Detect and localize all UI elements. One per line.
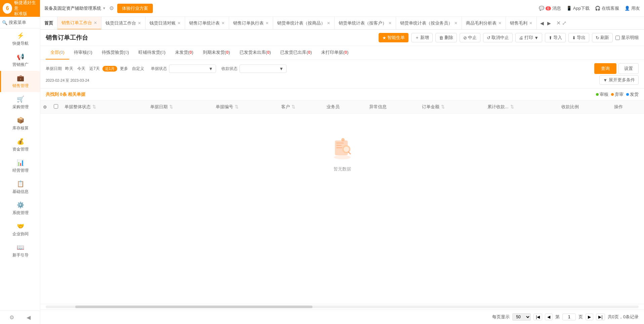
export-button[interactable]: ⬇ 导出 (568, 33, 589, 42)
refresh-button[interactable]: ↻ 刷新 (592, 33, 613, 42)
tab-sales-summary-staff[interactable]: 销货单统计表（按业务员） ✕ (396, 17, 462, 30)
tab-close-sales-summary-customer[interactable]: ✕ (388, 21, 392, 26)
sidebar-item-cooperation[interactable]: 🤝 企业协同 (0, 219, 40, 240)
tab-sales-more[interactable]: 销售毛利 ✕ (506, 17, 537, 30)
topbar-online-service[interactable]: 🎧 在线客服 (595, 5, 619, 11)
subtab-wangpu-pending[interactable]: 旺铺待发货(0) (134, 46, 170, 59)
per-page-select[interactable]: 10 20 50 100 (512, 313, 531, 321)
subtab-expired-not-shipped[interactable]: 到期未发货(0) (198, 46, 235, 59)
subtab-shipped-out[interactable]: 已发货已出库(0) (275, 46, 316, 59)
tab-close-sales-more[interactable]: ✕ (529, 21, 532, 26)
next-page-button[interactable]: ▶ (586, 314, 593, 320)
first-page-button[interactable]: |◀ (533, 314, 542, 320)
sidebar-item-sales[interactable]: 💼 销售管理 (0, 71, 40, 92)
tab-cash-reconcile[interactable]: 钱货日清对账 ✕ (145, 17, 185, 30)
tab-sales-summary-product[interactable]: 销货单统计表（按商品） ✕ (273, 17, 335, 30)
sidebar-settings-icon[interactable]: ⚙ (9, 314, 14, 321)
tab-maximize-icon[interactable]: ⤢ (562, 20, 566, 26)
sidebar-item-marketing[interactable]: 📢 营销推广 (0, 50, 40, 71)
scroll-track (46, 306, 639, 308)
sidebar-item-purchase[interactable]: 🛒 采购管理 (0, 92, 40, 113)
tab-sales-stat[interactable]: 销售订单统计表 ✕ (185, 17, 229, 30)
sort-date-icon[interactable]: ⇅ (169, 104, 173, 109)
column-settings-icon[interactable]: ⚙ (43, 105, 47, 110)
sidebar-item-guide[interactable]: 📖 新手引导 (0, 240, 40, 261)
cancel-stop-button[interactable]: ↺ 取消中止 (483, 33, 513, 42)
subtab-pending-review[interactable]: 待审核(0) (69, 46, 97, 59)
topbar-cta-button[interactable]: 体验行业方案 (117, 4, 153, 13)
review-action-btn[interactable]: 审核 (596, 91, 608, 97)
topbar-settings-icon[interactable]: ⚙ (109, 5, 114, 11)
date-option-7days[interactable]: 近7天 (88, 65, 101, 72)
last-page-button[interactable]: ▶| (596, 314, 605, 320)
tab-sales-exec[interactable]: 销售订单执行表 ✕ (229, 17, 273, 30)
sidebar-item-base-info[interactable]: 📋 基础信息 (0, 177, 40, 198)
tab-home[interactable]: 首页 (40, 17, 57, 30)
sort-number-icon[interactable]: ⇅ (235, 104, 239, 109)
tab-sales-workbench[interactable]: 销售订单工作台 ✕ (57, 17, 101, 30)
tab-close-margin-analysis[interactable]: ✕ (498, 21, 502, 26)
sidebar-search[interactable]: 🔍 搜索菜单 (0, 17, 40, 29)
subtab-shipped-not-out[interactable]: 已发货未出库(0) (235, 46, 276, 59)
date-option-custom[interactable]: 自定义 (131, 65, 145, 72)
scroll-thumb[interactable] (75, 306, 312, 308)
tab-close-cash-clear[interactable]: ✕ (138, 21, 141, 26)
page-number-input[interactable] (562, 314, 576, 320)
date-option-more[interactable]: 更多 (119, 65, 129, 72)
sidebar-item-inventory[interactable]: 📦 库存核算 (0, 113, 40, 134)
cooperation-icon: 🤝 (17, 222, 24, 230)
tab-prev-icon[interactable]: ◀ (539, 20, 545, 27)
sort-amount-icon[interactable]: ⇅ (441, 104, 445, 109)
sidebar-item-operations[interactable]: 📊 经营管理 (0, 156, 40, 177)
sidebar-item-system[interactable]: ⚙️ 系统管理 (0, 198, 40, 219)
sidebar-item-quick-nav[interactable]: ⚡ 快捷导航 (0, 29, 40, 50)
show-detail-checkbox-label[interactable]: 显示明细 (615, 35, 639, 41)
tab-close-sales-workbench[interactable]: ✕ (94, 21, 97, 25)
prev-page-button[interactable]: ◀ (545, 314, 553, 320)
tab-close-cash-reconcile[interactable]: ✕ (177, 21, 181, 26)
horizontal-scrollbar[interactable] (40, 304, 644, 310)
subtab-all[interactable]: 全部(0) (46, 46, 69, 59)
filter-status-select[interactable]: ▼ (169, 65, 216, 73)
sidebar-item-finance[interactable]: 💰 资金管理 (0, 134, 40, 156)
subtab-not-printed[interactable]: 未打印单据(0) (316, 46, 353, 59)
subtab-pending-inspect[interactable]: 待拣货验货(0) (97, 46, 134, 59)
settings-button[interactable]: 设置 (618, 63, 639, 74)
tab-minimize-icon[interactable]: ✕ (556, 20, 561, 26)
print-button[interactable]: 🖨 打印 ▼ (515, 33, 542, 42)
date-option-today[interactable]: 今天 (76, 65, 87, 72)
tab-close-sales-summary-staff[interactable]: ✕ (454, 21, 458, 26)
show-detail-checkbox[interactable] (615, 36, 620, 40)
filter-date-item: 单据日期 昨天 今天 近7天 近1月 更多 自定义 (46, 65, 145, 72)
import-button[interactable]: ⬆ 导入 (545, 33, 566, 42)
select-all-checkbox[interactable] (54, 104, 58, 109)
tab-cash-clear[interactable]: 钱货日清工作台 ✕ (101, 17, 145, 30)
sort-customer-icon[interactable]: ⇅ (292, 104, 295, 109)
th-checkbox[interactable] (51, 100, 62, 114)
stop-button[interactable]: ⊘ 中止 (460, 33, 480, 42)
tab-margin-analysis[interactable]: 商品毛利分析表 ✕ (462, 17, 506, 30)
topbar-user[interactable]: 👤 用友 (625, 5, 640, 11)
tab-next-icon[interactable]: ▶ (546, 20, 552, 27)
delete-button[interactable]: 🗑 删除 (435, 33, 457, 42)
ship-action-btn[interactable]: 发货 (626, 91, 639, 97)
query-button[interactable]: 查询 (594, 63, 616, 74)
th-settings[interactable]: ⚙ (40, 100, 51, 114)
tab-sales-summary-customer[interactable]: 销货单统计表（按客户） ✕ (335, 17, 396, 30)
filter-payment-select[interactable]: ▼ (240, 65, 287, 73)
topbar-app-download[interactable]: 📱 App下载 (566, 5, 590, 11)
subtab-not-shipped[interactable]: 未发货(0) (170, 46, 198, 59)
tab-close-sales-summary-product[interactable]: ✕ (327, 21, 330, 26)
date-option-yesterday[interactable]: 昨天 (64, 65, 75, 72)
tab-close-sales-exec[interactable]: ✕ (265, 21, 269, 26)
tab-close-sales-stat[interactable]: ✕ (221, 21, 225, 26)
sort-collected-icon[interactable]: ⇅ (510, 104, 514, 109)
add-button[interactable]: ＋ 新增 (411, 33, 433, 42)
expand-conditions-button[interactable]: ▼ 展开更多条件 (599, 75, 639, 85)
sidebar-collapse-icon[interactable]: ◀ (27, 314, 31, 321)
abandon-review-action-btn[interactable]: 弃审 (611, 91, 624, 97)
smart-create-button[interactable]: ★ 智能生单 (379, 33, 409, 42)
date-option-1month[interactable]: 近1月 (102, 66, 117, 72)
sort-status-icon[interactable]: ⇅ (92, 104, 96, 109)
topbar-messages[interactable]: 💬 6 消息 (539, 5, 561, 11)
